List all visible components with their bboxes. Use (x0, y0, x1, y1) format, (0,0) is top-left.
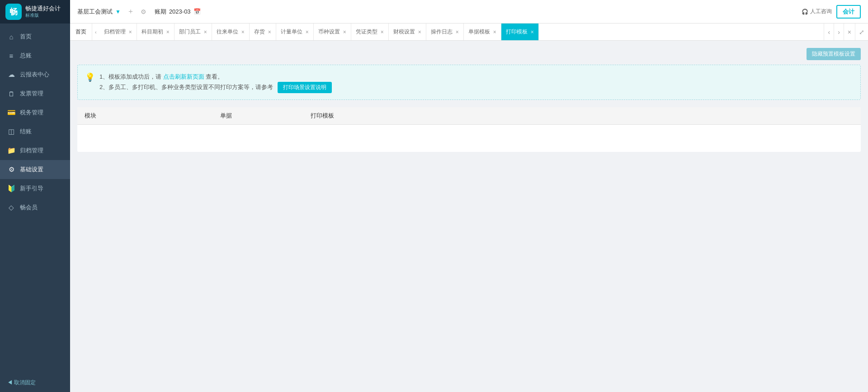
tab-voucher-close[interactable]: × (381, 29, 384, 35)
company-name: 基层工会测试 (77, 8, 113, 16)
sidebar-item-reports[interactable]: ☁ 云报表中心 (0, 65, 70, 84)
tabs-expand[interactable]: ⤢ (855, 24, 868, 41)
tab-voucher[interactable]: 凭证类型 × (351, 24, 389, 41)
tab-printtemplate[interactable]: 打印模板 × (501, 24, 539, 41)
sidebar-item-tax[interactable]: 💳 税务管理 (0, 103, 70, 122)
period-value: 2023-03 (169, 8, 191, 15)
tab-oplog-close[interactable]: × (456, 29, 459, 35)
logo-title: 畅捷通好会计 (25, 5, 61, 12)
sidebar-item-invoice[interactable]: 🗒 发票管理 (0, 84, 70, 103)
tax-icon: 💳 (7, 109, 15, 117)
support-btn[interactable]: 🎧 人工咨询 (802, 8, 832, 15)
tab-inventory[interactable]: 存货 × (250, 24, 276, 41)
kuaiji-button[interactable]: 会计 (836, 5, 861, 19)
tab-singledoc-close[interactable]: × (493, 29, 496, 35)
tab-subjects-label: 科目期初 (142, 28, 163, 36)
tab-archive-close[interactable]: × (129, 29, 132, 35)
tab-taxsetting-close[interactable]: × (418, 29, 421, 35)
tab-currency[interactable]: 币种设置 × (314, 24, 351, 41)
tab-dept-close[interactable]: × (204, 29, 207, 35)
info-line-1: 1、模板添加成功后，请 点击刷新新页面 查看。 (99, 71, 332, 82)
topbar: 基层工会测试 ▼ ＋ ⚙ 账期 2023-03 📅 🎧 人工咨询 会计 (70, 0, 868, 24)
sidebar-unpin-btn[interactable]: ◀ 取消固定 (0, 373, 70, 392)
sidebar-item-settings-label: 基础设置 (20, 165, 43, 174)
add-company-btn[interactable]: ＋ (127, 7, 134, 16)
info-line1-suffix: 查看。 (206, 73, 223, 80)
member-icon: ◇ (7, 203, 15, 212)
tab-taxsetting-label: 财税设置 (393, 28, 415, 36)
settings-gear-icon[interactable]: ⚙ (141, 8, 146, 15)
support-label: 人工咨询 (810, 8, 832, 15)
sidebar-item-ledger[interactable]: ≡ 总账 (0, 46, 70, 65)
tabs-scroll-right[interactable]: › (834, 24, 844, 41)
col-document: 单据 (220, 112, 311, 120)
headset-icon: 🎧 (802, 9, 808, 15)
sidebar-nav: ⌂ 首页 ≡ 总账 ☁ 云报表中心 🗒 发票管理 💳 税务管理 ◫ 结账 📁 归… (0, 24, 70, 373)
tab-oplog[interactable]: 操作日志 × (426, 24, 464, 41)
data-table: 模块 单据 打印模板 (77, 107, 861, 152)
tab-unit-close[interactable]: × (306, 29, 309, 35)
tabs-close-all[interactable]: × (844, 24, 855, 41)
tab-printtemplate-close[interactable]: × (531, 29, 534, 35)
company-dropdown-icon[interactable]: ▼ (115, 9, 121, 15)
tab-home[interactable]: 首页 (70, 24, 92, 41)
tab-singledoc-label: 单据模板 (468, 28, 490, 36)
info-box-content: 💡 1、模板添加成功后，请 点击刷新新页面 查看。 2、多员工、多打印机、多种业… (85, 71, 853, 93)
sidebar-item-invoice-label: 发票管理 (20, 90, 43, 98)
tab-archive-label: 归档管理 (104, 28, 126, 36)
tab-inventory-label: 存货 (254, 28, 265, 36)
reports-icon: ☁ (7, 71, 15, 79)
content-area: 隐藏预置模板设置 💡 1、模板添加成功后，请 点击刷新新页面 查看。 2、多员工… (70, 41, 868, 392)
settings-icon: ⚙ (7, 165, 15, 174)
tab-taxsetting[interactable]: 财税设置 × (389, 24, 426, 41)
tab-vendor[interactable]: 往来单位 × (212, 24, 250, 41)
period-label: 账期 (155, 8, 166, 16)
tab-currency-label: 币种设置 (318, 28, 340, 36)
sidebar-item-archive-label: 归档管理 (20, 146, 43, 155)
tab-vendor-close[interactable]: × (241, 29, 245, 35)
print-scene-btn[interactable]: 打印场景设置说明 (278, 82, 332, 93)
sidebar-item-home[interactable]: ⌂ 首页 (0, 27, 70, 46)
logo-subtitle: 标准版 (25, 12, 61, 19)
tab-singledoc[interactable]: 单据模板 × (464, 24, 501, 41)
col-template: 打印模板 (311, 112, 854, 120)
settle-icon: ◫ (7, 128, 15, 136)
tab-home-label: 首页 (75, 28, 86, 36)
sidebar-item-member-label: 畅会员 (20, 203, 38, 212)
tab-subjects[interactable]: 科目期初 × (137, 24, 175, 41)
sidebar-item-ledger-label: 总账 (20, 52, 32, 60)
logo-text-group: 畅捷通好会计 标准版 (25, 5, 61, 19)
tab-currency-close[interactable]: × (343, 29, 346, 35)
sidebar-logo: 畅 畅捷通好会计 标准版 (0, 0, 70, 24)
tabs-bar: 首页 ‹ 归档管理 × 科目期初 × 部门员工 × 往来单位 × 存货 × 计量… (70, 24, 868, 41)
sidebar-item-archive[interactable]: 📁 归档管理 (0, 141, 70, 160)
col-module: 模块 (85, 112, 220, 120)
topbar-company[interactable]: 基层工会测试 ▼ (77, 8, 121, 16)
invoice-icon: 🗒 (7, 90, 15, 98)
sidebar-item-guide[interactable]: 🔰 新手引导 (0, 179, 70, 198)
home-icon: ⌂ (7, 33, 15, 41)
tab-inventory-close[interactable]: × (268, 29, 271, 35)
sidebar-item-settle[interactable]: ◫ 结账 (0, 122, 70, 141)
hide-preview-container: 隐藏预置模板设置 (77, 48, 861, 60)
tab-vendor-label: 往来单位 (217, 28, 238, 36)
topbar-period: 账期 2023-03 📅 (155, 8, 201, 16)
tab-archive[interactable]: 归档管理 × (99, 24, 137, 41)
calendar-icon[interactable]: 📅 (193, 8, 201, 15)
tab-unit-label: 计量单位 (281, 28, 302, 36)
sidebar-item-guide-label: 新手引导 (20, 184, 43, 193)
tab-unit[interactable]: 计量单位 × (276, 24, 314, 41)
sidebar-item-reports-label: 云报表中心 (20, 71, 49, 79)
sidebar-item-home-label: 首页 (20, 33, 32, 41)
sidebar-item-settings[interactable]: ⚙ 基础设置 (0, 160, 70, 179)
tab-dept[interactable]: 部门员工 × (175, 24, 212, 41)
tab-nav-left[interactable]: ‹ (92, 29, 99, 35)
tab-subjects-close[interactable]: × (166, 29, 170, 35)
hide-preview-button[interactable]: 隐藏预置模板设置 (807, 48, 861, 60)
tabs-scroll-left[interactable]: ‹ (824, 24, 834, 41)
ledger-icon: ≡ (7, 52, 15, 60)
refresh-link[interactable]: 点击刷新新页面 (163, 73, 204, 80)
tab-printtemplate-label: 打印模板 (506, 28, 528, 36)
tab-voucher-label: 凭证类型 (356, 28, 377, 36)
sidebar-item-member[interactable]: ◇ 畅会员 (0, 198, 70, 217)
